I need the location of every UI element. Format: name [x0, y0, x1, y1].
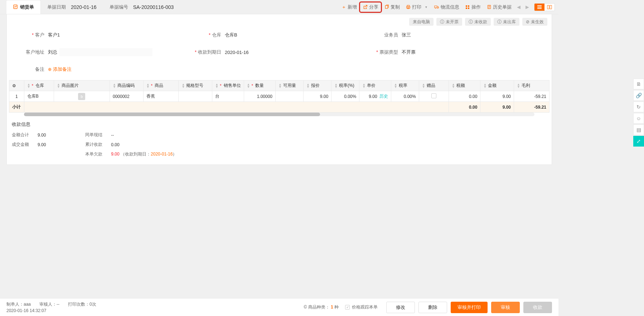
address-value[interactable]: 刘总 — [48, 49, 57, 55]
svg-rect-14 — [550, 5, 552, 9]
table-row[interactable]: 1 仓库B b 0000002 香蕉 台 1.00000 9.00 0.00% — [9, 91, 549, 102]
col-qty[interactable]: ▲▼*数量 — [244, 80, 275, 91]
rail-link-button[interactable]: 🔗 — [633, 90, 644, 101]
maker-value: aaa — [24, 302, 31, 307]
cell-discount[interactable]: 0.00% — [331, 91, 359, 102]
sort-icon: ▲▼ — [517, 83, 520, 88]
cell-product[interactable]: 香蕉 — [143, 91, 179, 102]
receive-button: 收款 — [523, 302, 552, 313]
cell-price[interactable]: 9.00 — [304, 91, 331, 102]
owe-due-date: 2020-01-16 — [151, 152, 173, 157]
subtotal-label: 小计 — [9, 102, 24, 113]
audit-button[interactable]: 审核 — [491, 302, 520, 313]
print-label: 打印 — [412, 4, 421, 10]
history-button[interactable]: 历史单据 — [484, 3, 514, 12]
cum-label: 累计收款 — [85, 142, 107, 148]
bill-no-value: SA-20200116-003 — [133, 4, 174, 10]
new-button[interactable]: ＋ 新增 — [339, 3, 359, 12]
print-button[interactable]: 打印 ▾ — [403, 3, 431, 12]
cell-sale-unit[interactable]: 台 — [212, 91, 244, 102]
col-tax-amount[interactable]: ▲▼税额 — [449, 80, 480, 91]
col-warehouse[interactable]: ▲▼*仓库 — [24, 80, 54, 91]
badge-no-invoice: ⓘ未开票 — [436, 18, 462, 26]
col-product[interactable]: ▲▼*商品 — [143, 80, 179, 91]
cell-index: 1 — [9, 91, 24, 102]
cell-spec[interactable] — [179, 91, 212, 102]
rail-refresh-button[interactable]: ↻ — [633, 102, 644, 112]
cell-available — [276, 91, 304, 102]
cell-tax-rate[interactable]: 0.00% — [391, 91, 419, 102]
cell-warehouse[interactable]: 仓库B — [24, 91, 54, 102]
history-label: 历史单据 — [493, 4, 512, 10]
cell-qty[interactable]: 1.00000 — [244, 91, 275, 102]
info-icon: ⓘ — [440, 19, 444, 25]
invoice-type-value[interactable]: 不开票 — [402, 49, 416, 55]
share-button[interactable]: 分享 — [360, 3, 381, 12]
col-gear[interactable]: ⚙ — [9, 80, 24, 91]
note-icon: 🗎 — [636, 81, 641, 87]
sort-icon: ▲▼ — [306, 83, 310, 88]
main-panel: 来自电脑 ⓘ未开票 ⓘ未收款 ⓘ未出库 ⊘未生效 *客户 客户1 *仓库 仓库B… — [6, 14, 552, 165]
col-code[interactable]: ▲▼商品编码 — [110, 80, 143, 91]
copy-button[interactable]: 复制 — [382, 3, 402, 12]
col-available[interactable]: ▲▼可用量 — [276, 80, 304, 91]
view-card-button[interactable] — [544, 4, 555, 11]
sort-icon: ▲▼ — [394, 83, 397, 88]
tab-sales-order[interactable]: 销货单 — [6, 0, 41, 14]
cell-code[interactable]: 0000002 — [110, 91, 143, 102]
auditor-value: -- — [57, 302, 59, 307]
cell-amount: 9.00 — [480, 91, 514, 102]
address-extended[interactable] — [59, 48, 152, 56]
col-price[interactable]: ▲▼报价 — [304, 80, 331, 91]
delete-button[interactable]: 删除 — [418, 302, 447, 313]
col-tax-rate[interactable]: ▲▼税率 — [391, 80, 419, 91]
svg-rect-9 — [468, 5, 469, 7]
price-history-link[interactable]: 历史 — [379, 93, 388, 99]
field-salesman: 业务员 张三 — [371, 31, 541, 39]
due-date-value[interactable]: 2020-01-16 — [225, 50, 249, 55]
rail-expand-button[interactable]: ⤢ — [633, 136, 644, 147]
svg-point-6 — [435, 8, 436, 8]
scrollbar-thumb[interactable] — [24, 113, 320, 116]
prev-button[interactable]: ◀ — [515, 3, 523, 11]
view-list-button[interactable] — [534, 4, 544, 11]
price-follow-checkbox[interactable]: ✓ 价格跟踪本单 — [345, 304, 378, 310]
audit-print-button[interactable]: 审核并打印 — [451, 302, 488, 313]
col-image[interactable]: ▲▼商品图片 — [54, 80, 110, 91]
print-icon — [406, 5, 411, 9]
due-label: 收款到期日 — [198, 49, 221, 55]
deal-value: 9.00 — [38, 142, 46, 147]
cell-gift[interactable] — [419, 91, 449, 102]
gift-checkbox[interactable] — [431, 93, 436, 98]
col-unit-price[interactable]: ▲▼单价 — [359, 80, 391, 91]
rail-chart-button[interactable]: ▤ — [633, 124, 644, 135]
next-button[interactable]: ▶ — [523, 3, 531, 11]
sort-icon: ▲▼ — [113, 83, 116, 88]
col-sale-unit[interactable]: ▲▼*销售单位 — [212, 80, 244, 91]
remark-label: 备注 — [35, 66, 44, 72]
cell-image[interactable]: b — [54, 91, 110, 102]
salesman-label: 业务员 — [384, 32, 398, 38]
sort-icon: ▲▼ — [334, 83, 338, 88]
horizontal-scrollbar[interactable] — [24, 113, 534, 116]
field-due-date: *收款到期日 2020-01-16 — [194, 48, 364, 56]
rail-user-button[interactable]: ☺ — [633, 113, 644, 124]
col-spec[interactable]: ▲▼规格型号 — [179, 80, 212, 91]
cell-unit-price[interactable]: 9.00 历史 — [359, 91, 391, 102]
logistics-button[interactable]: 物流信息 — [432, 3, 462, 12]
sku-kind-count: 1 — [331, 305, 333, 310]
warehouse-value[interactable]: 仓库B — [225, 32, 237, 38]
owe-due-prefix: （收款到期日： — [121, 152, 151, 157]
customer-value[interactable]: 客户1 — [48, 32, 60, 38]
image-placeholder-icon: b — [78, 93, 85, 100]
modify-button[interactable]: 修改 — [386, 302, 415, 313]
col-profit[interactable]: ▲▼毛利 — [514, 80, 549, 91]
add-remark-button[interactable]: ⊕ 添加备注 — [48, 66, 72, 73]
col-discount[interactable]: ▲▼税率(%) — [331, 80, 359, 91]
operate-button[interactable]: 操作 — [463, 3, 483, 12]
rail-note-button[interactable]: 🗎 — [633, 79, 644, 89]
subtotal-tax-amount: 0.00 — [449, 102, 480, 113]
salesman-value[interactable]: 张三 — [402, 32, 411, 38]
col-amount[interactable]: ▲▼金额 — [480, 80, 514, 91]
col-gift[interactable]: ▲▼赠品 — [419, 80, 449, 91]
